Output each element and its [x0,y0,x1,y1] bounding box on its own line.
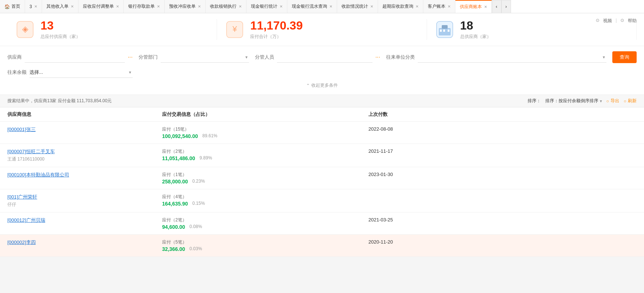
export-icon: ○ [606,99,609,104]
tab-cash-bank-flow[interactable]: 现金银行流水查询 ✕ [287,0,337,13]
person-dots-icon[interactable]: ··· [375,54,380,61]
supplier-name-link[interactable]: [000002]李四 [7,239,162,246]
table-row[interactable]: [000100]本特勤油品有限公司 应付（1笔） 258,000.00 0.23… [0,167,644,189]
video-icon: ⊙ [596,18,599,24]
tx-label: 应付（5笔） [162,239,368,245]
lastpay-col: 2021-03-25 [368,217,637,223]
tab-overdue-query-label: 超期应收款查询 [382,3,413,10]
header-lastpay: 上次付数 [368,111,637,118]
tab-overdue-query[interactable]: 超期应收款查询 ✕ [378,0,423,13]
supplier-input[interactable] [25,52,125,63]
header-transaction: 应付交易信息（占比） [162,111,368,118]
close-icon[interactable]: ✕ [157,4,160,8]
dept-select-wrap: ▾ [161,52,249,63]
supplier-dots-icon[interactable]: ··· [128,54,133,61]
result-right: 排序： 排序：按应付余额倒序排序 ▾ ○ 导出 ○ 刷新 [528,98,637,104]
table-row[interactable]: [000002]李四 应付（5笔） 32,366.00 0.03% 2020-1… [0,235,644,257]
refresh-icon: ○ [624,99,626,104]
close-icon[interactable]: ✕ [416,4,419,8]
refresh-button[interactable]: ○ 刷新 [624,98,637,104]
close-icon[interactable]: ✕ [34,4,37,8]
tab-receipt-verify-label: 收款核销执行 [210,3,237,10]
help-link[interactable]: 帮助 [628,18,637,24]
close-icon[interactable]: ✕ [239,4,242,8]
table-row[interactable]: [001]广州荣轩 仔仔 应付（4笔） 164,635.90 0.15% [0,189,644,213]
table-section: 供应商信息 应付交易信息（占比） 上次付数 [000001]张三 应付（15笔）… [0,107,644,257]
category-select[interactable] [418,52,606,63]
collapse-button[interactable]: ⌃ 收起更多条件 [302,82,342,89]
tab-other-income[interactable]: 其他收入单 ✕ [42,0,78,13]
svg-text:◈: ◈ [22,24,28,34]
tx-amount: 100,092,540.00 [162,133,198,139]
tab-advance-collect[interactable]: 预收冲应收单 ✕ [165,0,206,13]
transaction-col: 应付（2笔） 11,051,486.00 9.89% [162,148,368,161]
table-row[interactable]: [000001]张三 应付（15笔） 100,092,540.00 89.61%… [0,122,644,144]
close-icon[interactable]: ✕ [484,5,487,9]
export-button[interactable]: ○ 导出 [606,98,619,104]
supplier-name-link[interactable]: [000001]张三 [7,126,162,133]
sort-select[interactable]: 排序：按应付余额倒序排序 ▾ [545,98,602,104]
tx-row: 94,600.00 0.08% [162,223,368,230]
tx-amount: 94,600.00 [162,224,185,230]
query-button[interactable]: 查询 [612,51,637,63]
supplier-name-link[interactable]: [000007]恒旺二手叉车 [7,148,162,155]
tab-collect-stats[interactable]: 收款情况统计 ✕ [337,0,378,13]
tab-home[interactable]: 🏠 首页 [0,0,25,13]
person-input[interactable] [277,52,372,63]
tab-ap-adjust[interactable]: 应收应付调整单 ✕ [78,0,124,13]
close-icon[interactable]: ✕ [329,4,332,8]
nav-arrow-left[interactable]: ‹ [492,0,501,13]
nav-arrow-right[interactable]: › [501,0,511,13]
table-header: 供应商信息 应付交易信息（占比） 上次付数 [0,107,644,122]
close-icon[interactable]: ✕ [370,4,373,8]
close-icon[interactable]: ✕ [198,4,201,8]
filter-category: 往来单位分类 ▾ [386,52,606,63]
home-icon: 🏠 [4,4,10,9]
supplier-name-link[interactable]: [001]广州荣轩 [7,194,162,200]
tab-other-income-label: 其他收入单 [46,3,69,10]
close-icon[interactable]: ✕ [116,4,119,8]
total-supplier-icon [434,19,455,40]
result-bar: 搜索结果中，供应商13家 应付金额 111,703,854.00元 排序： 排序… [0,95,644,107]
tx-percent: 0.15% [192,201,205,206]
filter-row-1: 供应商 ··· 分管部门 ▾ 分管人员 ··· 往来单位分类 [7,51,637,63]
supplier-name-link[interactable]: [000012]广州贝瑞 [7,217,162,224]
tab-supplier-account[interactable]: 供应商账本 ✕ [455,0,492,13]
divider: | [616,18,617,24]
balance-select-wrap: 选择... ▾ [29,67,133,78]
card1-content: 13 总应付供应商（家） [41,19,80,40]
tab-3[interactable]: 3 ✕ [25,0,42,13]
tx-label: 应付（2笔） [162,148,368,155]
card2-number: 11,170.39 [250,19,302,32]
tab-cash-bank-stats[interactable]: 现金银行统计 ✕ [246,0,287,13]
filter-dept: 分管部门 ▾ [139,52,249,63]
table-row[interactable]: [000012]广州贝瑞 应付（2笔） 94,600.00 0.08% 2021… [0,213,644,235]
tab-cash-bank-stats-label: 现金银行统计 [251,3,277,10]
filter-supplier: 供应商 ··· [7,52,133,63]
payable-total-icon: ¥ [224,19,245,40]
svg-rect-7 [440,30,442,32]
supplier-contact: 仔仔 [7,201,162,208]
close-icon[interactable]: ✕ [448,4,451,8]
card1-number: 13 [41,19,80,32]
table-row[interactable]: [000007]恒旺二手叉车 王通 17106110000 应付（2笔） 11,… [0,144,644,167]
tx-row: 32,366.00 0.03% [162,245,368,252]
tab-advance-collect-label: 预收冲应收单 [169,3,196,10]
filter-balance: 往来余额 选择... ▾ [7,67,133,78]
tx-amount: 32,366.00 [162,246,185,252]
result-text: 搜索结果中，供应商13家 应付金额 111,703,854.00元 [7,98,112,104]
tx-amount: 164,635.90 [162,201,188,207]
close-icon[interactable]: ✕ [280,4,283,8]
category-label: 往来单位分类 [386,54,415,61]
dept-select[interactable] [161,52,249,63]
video-link[interactable]: 视频 [603,18,612,24]
close-icon[interactable]: ✕ [71,4,74,8]
tab-customer-account-label: 客户账本 [428,3,445,10]
tx-row: 11,051,486.00 9.89% [162,155,368,161]
balance-select[interactable]: 选择... [29,67,133,78]
tab-bank-deposit[interactable]: 银行存取款单 ✕ [124,0,165,13]
supplier-name-link[interactable]: [000100]本特勤油品有限公司 [7,172,162,178]
tab-3-label: 3 [29,4,32,9]
tab-receipt-verify[interactable]: 收款核销执行 ✕ [206,0,246,13]
tab-customer-account[interactable]: 客户账本 ✕ [423,0,455,13]
